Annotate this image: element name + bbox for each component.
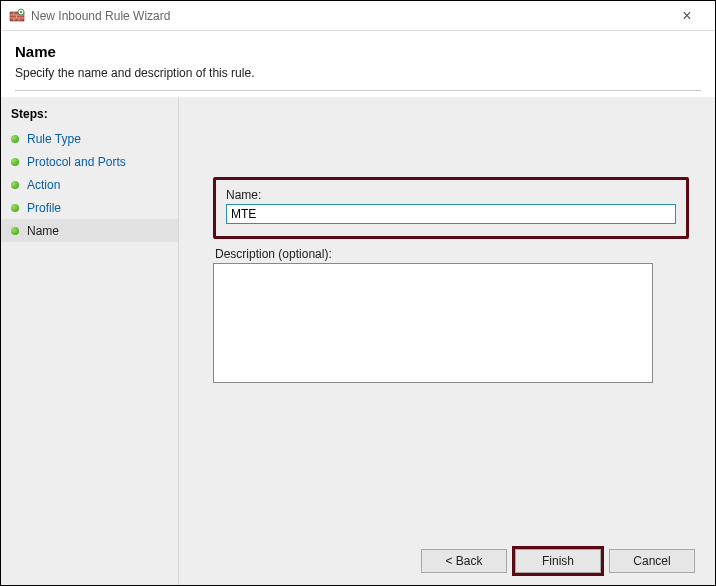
step-link[interactable]: Profile bbox=[27, 201, 61, 215]
step-protocol-and-ports[interactable]: Protocol and Ports bbox=[1, 150, 178, 173]
steps-sidebar: Steps: Rule Type Protocol and Ports Acti… bbox=[1, 97, 179, 586]
finish-button[interactable]: Finish bbox=[515, 549, 601, 573]
svg-point-10 bbox=[20, 10, 23, 13]
firewall-icon bbox=[9, 8, 25, 24]
step-action[interactable]: Action bbox=[1, 173, 178, 196]
step-label: Name bbox=[27, 224, 59, 238]
page-subtitle: Specify the name and description of this… bbox=[15, 66, 701, 80]
bullet-icon bbox=[11, 135, 19, 143]
window-title: New Inbound Rule Wizard bbox=[31, 9, 667, 23]
bullet-icon bbox=[11, 227, 19, 235]
step-rule-type[interactable]: Rule Type bbox=[1, 127, 178, 150]
header-divider bbox=[15, 90, 701, 91]
step-link[interactable]: Action bbox=[27, 178, 60, 192]
name-input[interactable] bbox=[226, 204, 676, 224]
bullet-icon bbox=[11, 204, 19, 212]
steps-label: Steps: bbox=[1, 103, 178, 127]
titlebar: New Inbound Rule Wizard × bbox=[1, 1, 715, 31]
description-input[interactable] bbox=[213, 263, 653, 383]
name-label: Name: bbox=[226, 188, 676, 202]
step-profile[interactable]: Profile bbox=[1, 196, 178, 219]
step-link[interactable]: Rule Type bbox=[27, 132, 81, 146]
back-button[interactable]: < Back bbox=[421, 549, 507, 573]
step-link[interactable]: Protocol and Ports bbox=[27, 155, 126, 169]
main-panel: Name: Description (optional): < Back Fin… bbox=[179, 97, 715, 586]
button-row: < Back Finish Cancel bbox=[421, 549, 695, 573]
bullet-icon bbox=[11, 158, 19, 166]
close-icon[interactable]: × bbox=[667, 8, 707, 24]
description-label: Description (optional): bbox=[215, 247, 689, 261]
bullet-icon bbox=[11, 181, 19, 189]
wizard-header: Name Specify the name and description of… bbox=[1, 31, 715, 97]
step-name[interactable]: Name bbox=[1, 219, 178, 242]
page-heading: Name bbox=[15, 43, 701, 60]
name-field-highlight: Name: bbox=[213, 177, 689, 239]
wizard-body: Steps: Rule Type Protocol and Ports Acti… bbox=[1, 97, 715, 586]
cancel-button[interactable]: Cancel bbox=[609, 549, 695, 573]
